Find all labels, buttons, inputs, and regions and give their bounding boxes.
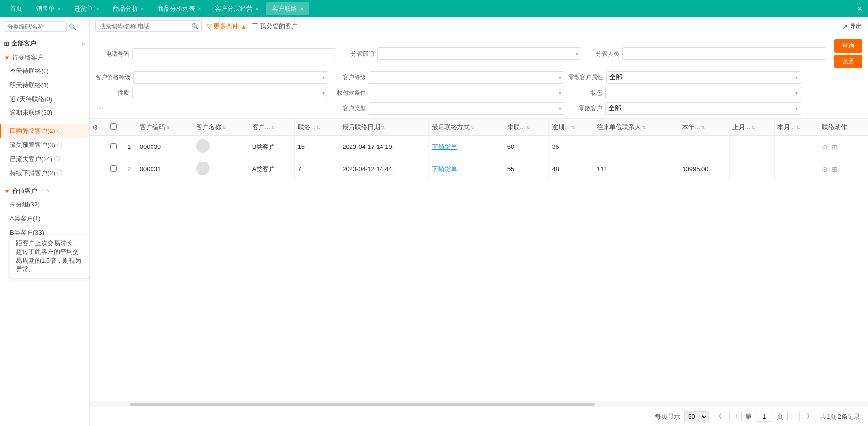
tab-customer-tier[interactable]: 客户分层经营 × [209,2,264,15]
phone-input[interactable] [132,48,336,59]
close-icon[interactable]: × [58,6,61,12]
th-contact-person[interactable]: 往来单位联系人 ⇅ [594,119,679,136]
th-this-year[interactable]: 本年... ⇅ [679,119,730,136]
status-dropdown[interactable]: ▾ [605,87,801,99]
sidebar-item-class-a[interactable]: A类客户(1) [0,212,89,226]
th-contact[interactable]: 联络... ⇅ [294,119,339,136]
close-icon[interactable]: × [96,6,99,12]
page-number-input[interactable] [756,412,773,422]
person-dropdown[interactable]: ··· [622,47,826,60]
phone-label: 电话号码 [95,50,129,58]
th-name[interactable]: 客户名称 ⇅ [193,119,249,136]
sidebar-item-churned[interactable]: 已流失客户(24) ⓘ [0,152,89,166]
tab-purchase-order[interactable]: 进货单 × [68,2,105,15]
grid-action-icon[interactable]: ⊞ [832,165,838,173]
row-last-method[interactable]: 下销货单 [428,158,504,180]
th-type[interactable]: 客户... ⇅ [249,119,294,136]
more-btn[interactable]: ··· [95,104,106,113]
sidebar-item-overdue[interactable]: 逾期未联络(30) [0,106,89,120]
link-action-icon[interactable]: ⊙ [822,143,828,151]
pagination-bar: 每页显示 50 20 100 《 〈 第 页 〉 》 共1页 2条记录 [90,407,868,426]
more-conditions-button[interactable]: ▽ 更多条件 ▲ [207,22,247,30]
scattered-attr-dropdown[interactable]: 全部 ▾ [606,71,801,84]
settings-icon[interactable]: ✎ [46,188,51,194]
prev-page-button[interactable]: 〈 [729,411,742,422]
scattered-customer-dropdown[interactable]: 全部 ▾ [605,102,801,115]
tab-sales-order[interactable]: 销售单 × [30,2,66,15]
row-checkbox[interactable] [110,165,117,172]
th-overdue[interactable]: 逾期... ⇅ [549,119,594,136]
row-check[interactable] [107,136,122,158]
search-icon[interactable]: 🔍 [191,23,199,30]
chevron-down-icon: ▾ [576,51,578,57]
close-icon[interactable]: × [300,6,303,12]
export-button[interactable]: ↗ 导出 [842,22,862,30]
dept-dropdown[interactable]: ▾ [377,47,581,60]
payment-dropdown[interactable]: ▾ [369,87,565,99]
select-all-checkbox[interactable] [110,123,117,130]
sidebar-item-tomorrow[interactable]: 明天待联络(1) [0,78,89,92]
tab-product-analysis[interactable]: 商品分析 × [107,2,150,15]
sort-icon: ⇅ [381,125,385,130]
tab-home[interactable]: 首页 [4,2,28,15]
row-check[interactable] [107,158,122,180]
first-page-button[interactable]: 《 [713,411,725,422]
row-checkbox[interactable] [110,143,117,149]
sidebar-group-pending-contact[interactable]: ▼ 待联络客户 [0,51,89,64]
filter-cell-phone: 电话号码 [95,48,336,59]
chevron-up-icon: ▲ [241,23,247,30]
tab-product-analysis-list[interactable]: 商品分析列表 × [152,2,207,15]
row-overdue: 35 [549,136,594,158]
sidebar-search-icon[interactable]: 🔍 [69,23,76,30]
sidebar-item-7days[interactable]: 近7天待联络(0) [0,92,89,106]
th-last-date[interactable]: 最后联络日期 ⇅ [339,119,428,136]
scrollbar-thumb[interactable] [130,403,595,406]
th-uncontacted[interactable]: 未联... ⇅ [504,119,549,136]
close-all-button[interactable]: × [857,4,862,14]
close-icon[interactable]: × [141,6,144,12]
customer-type-dropdown[interactable]: ▾ [369,102,565,115]
chevron-down-icon: ▾ [322,90,325,96]
customer-search-input[interactable] [95,20,202,32]
sidebar-price-group[interactable]: ▼ 价值客户 ○ ✎ [0,184,89,198]
edit-icon[interactable]: ○ [41,188,45,194]
sidebar-all-customers[interactable]: ⊞ 全部客户 » [0,36,89,51]
chevron-down-icon: ▾ [559,106,561,111]
last-page-button[interactable]: 》 [804,411,816,422]
sidebar-search-input[interactable] [4,21,67,32]
sidebar-item-churn-warning[interactable]: 流失预警客户(3) ⓘ [0,138,89,152]
sidebar-item-repurchase-abnormal[interactable]: 回购异常客户(2) ⓘ [0,124,89,138]
my-customers-check[interactable] [252,23,258,29]
price-level-dropdown[interactable]: ▾ [133,71,328,84]
row-last-method[interactable]: 下销货单 [428,136,504,158]
chevron-down-icon: ▾ [559,75,561,80]
customer-level-label: 客户等级 [332,73,366,82]
per-page-select[interactable]: 50 20 100 [684,411,709,422]
settings-button[interactable]: 设置 [834,55,862,68]
customer-level-dropdown[interactable]: ▾ [369,71,565,84]
sidebar-item-today[interactable]: 今天待联络(0) [0,64,89,78]
my-customers-checkbox[interactable]: 我分管的客户 [252,22,298,30]
sidebar-item-declining[interactable]: 持续下滑客户(2) ⓘ [0,166,89,180]
collapse-icon[interactable]: » [82,40,85,47]
nature-dropdown[interactable]: ▾ [132,87,328,99]
query-button[interactable]: 查询 [834,39,862,53]
sidebar-item-unclassified[interactable]: 未分组(32) [0,198,89,212]
sort-icon: ⇅ [751,125,755,130]
horizontal-scrollbar[interactable] [90,401,868,407]
tab-customer-contact[interactable]: 客户联络 × [266,2,309,15]
per-page-label: 每页显示 [655,412,680,421]
close-icon[interactable]: × [198,6,201,12]
th-check[interactable] [107,119,122,136]
th-code[interactable]: 客户编码 ⇅ [137,119,193,136]
th-last-method[interactable]: 最后联络方式 ⇅ [428,119,504,136]
th-this-month[interactable]: 本月... ⇅ [774,119,819,136]
divider [0,122,89,122]
next-page-button[interactable]: 〉 [787,411,800,422]
filter-rows: 电话号码 分管部门 ▾ 分管人员 ··· [90,35,868,119]
close-icon[interactable]: × [256,6,259,12]
link-action-icon[interactable]: ⊙ [822,165,828,173]
th-last-month[interactable]: 上月... ⇅ [730,119,775,136]
grid-action-icon[interactable]: ⊞ [832,143,838,151]
th-gear[interactable]: ⚙ [90,119,107,136]
